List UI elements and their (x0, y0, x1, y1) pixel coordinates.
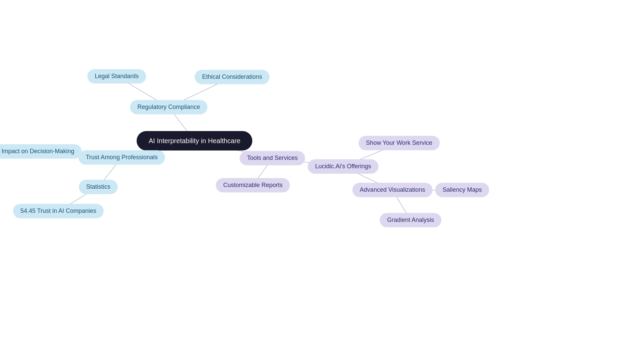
svg-line-9 (272, 158, 343, 167)
svg-line-8 (253, 158, 272, 185)
svg-line-3 (122, 141, 195, 158)
svg-line-4 (38, 152, 122, 158)
svg-line-2 (117, 76, 169, 107)
svg-line-6 (58, 187, 98, 211)
svg-line-7 (195, 141, 272, 158)
svg-line-1 (169, 77, 232, 107)
svg-line-13 (392, 190, 411, 220)
mind-map-canvas (0, 0, 644, 363)
svg-line-11 (343, 167, 392, 190)
svg-line-10 (343, 143, 399, 167)
svg-line-0 (169, 107, 195, 141)
svg-line-5 (98, 158, 122, 187)
